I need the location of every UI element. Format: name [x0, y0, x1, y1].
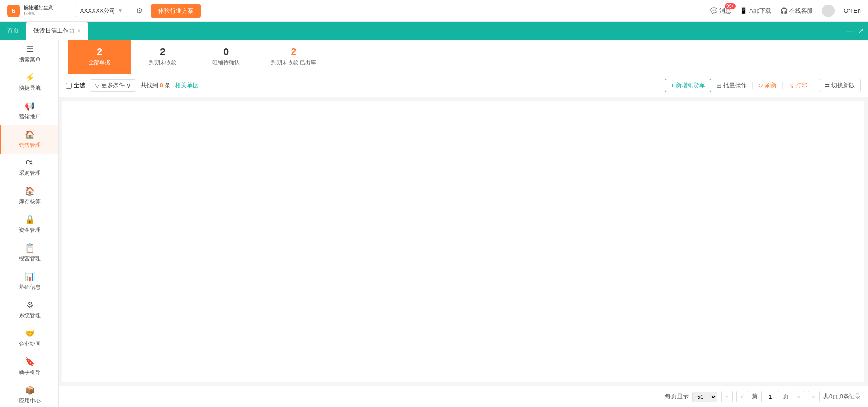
- sidebar-item-label: 应用中心: [19, 397, 41, 405]
- page-size-label: 每页显示: [665, 393, 689, 401]
- table-area: [62, 101, 864, 382]
- service-icon: 🎧: [780, 7, 788, 14]
- tab-active[interactable]: 钱货日清工作台 ×: [26, 22, 88, 40]
- sidebar-item-label: 采购管理: [19, 169, 41, 177]
- page-label: 第: [752, 393, 758, 401]
- batch-label: 批量操作: [723, 81, 747, 89]
- guide-icon: 🔖: [25, 357, 35, 367]
- print-icon: 🖨: [788, 82, 794, 89]
- found-count: 0: [160, 82, 163, 89]
- sidebar-item-search-menu[interactable]: ☰ 搜索菜单: [0, 40, 58, 68]
- sidebar-item-guide[interactable]: 🔖 新手引导: [0, 352, 58, 381]
- batch-operation-button[interactable]: ⊞ 批量操作: [717, 81, 747, 89]
- tab-close-icon[interactable]: ×: [77, 28, 80, 34]
- sidebar-item-cooperation[interactable]: 🤝 企业协同: [0, 324, 58, 352]
- print-button[interactable]: 🖨 打印: [788, 81, 807, 89]
- messages-badge: 99: [725, 3, 736, 9]
- company-dropdown-icon: ▼: [118, 8, 123, 13]
- logo-text: 畅捷通好生意 标准版: [24, 5, 53, 17]
- sidebar-item-label: 快捷导航: [19, 84, 41, 92]
- finance-icon: 🔒: [25, 215, 35, 225]
- stat-num-overdue-shipped: 2: [291, 46, 297, 58]
- print-label: 打印: [796, 81, 807, 89]
- switch-version-button[interactable]: ⇄ 切换新版: [819, 79, 861, 92]
- settings-button[interactable]: ⚙: [132, 4, 146, 18]
- tab-minimize-icon[interactable]: —: [846, 27, 853, 35]
- cooperation-icon: 🤝: [25, 328, 35, 338]
- sidebar-item-purchase[interactable]: 🛍 采购管理: [0, 154, 58, 182]
- app-download-label: App下载: [749, 7, 771, 15]
- tab-bar: 首页 钱货日清工作台 × — ⤢: [0, 22, 868, 40]
- sidebar-item-label: 新手引导: [19, 369, 41, 376]
- sidebar: ☰ 搜索菜单 ⚡ 快捷导航 📢 营销推广 🏠 销售管理 🛍 采购管理 🏠 库存核…: [0, 40, 59, 407]
- company-name: XXXXXX公司: [80, 7, 115, 15]
- online-service-item[interactable]: 🎧 在线客服: [780, 7, 813, 15]
- sidebar-item-sales[interactable]: 🏠 销售管理: [0, 125, 58, 154]
- operations-icon: 📋: [25, 243, 35, 253]
- select-all-input[interactable]: [66, 83, 72, 89]
- refresh-label: 刷新: [765, 81, 777, 89]
- stats-row: 2 全部单据 2 到期未收款 0 旺铺待确认 2 到期未收款 已出库: [59, 40, 868, 74]
- page-input[interactable]: [761, 391, 779, 402]
- stat-card-pending[interactable]: 0 旺铺待确认: [194, 40, 258, 74]
- sidebar-item-label: 资金管理: [19, 226, 41, 234]
- filter-icon: ▽: [95, 82, 99, 89]
- new-sale-button[interactable]: + 新增销货单: [665, 79, 711, 92]
- search-menu-icon: ☰: [26, 44, 33, 54]
- purchase-icon: 🛍: [26, 158, 34, 168]
- prev-page-button[interactable]: <: [736, 391, 748, 402]
- page-size-select[interactable]: 20 50 100: [692, 392, 717, 402]
- message-icon: 💬: [710, 7, 717, 14]
- select-all-label: 全选: [74, 81, 85, 89]
- stat-card-overdue[interactable]: 2 到期未收款: [131, 40, 194, 74]
- toolbar: 全选 ▽ 更多条件 ∨ 共找到 0 条 相关单据 + 新增销货单 ⊞ 批: [59, 74, 868, 97]
- sidebar-item-operations[interactable]: 📋 经营管理: [0, 239, 58, 267]
- online-service-label: 在线客服: [789, 7, 813, 15]
- inventory-icon: 🏠: [25, 186, 35, 196]
- logo-area: 6 畅捷通好生意 标准版: [7, 5, 66, 17]
- sidebar-item-basic-info[interactable]: 📊 基础信息: [0, 267, 58, 295]
- messages-item[interactable]: 💬 消息 99: [710, 7, 731, 15]
- experience-button[interactable]: 体验行业方案: [151, 4, 201, 18]
- page-label2: 页: [783, 393, 789, 401]
- sidebar-item-label: 营销推广: [19, 113, 41, 121]
- content-area: 2 全部单据 2 到期未收款 0 旺铺待确认 2 到期未收款 已出库 全选: [59, 40, 868, 407]
- stat-num-pending: 0: [223, 46, 229, 58]
- sidebar-item-marketing[interactable]: 📢 营销推广: [0, 97, 58, 125]
- total-text: 共0页,0条记录: [823, 393, 861, 401]
- refresh-button[interactable]: ↻ 刷新: [758, 81, 777, 89]
- stat-card-all[interactable]: 2 全部单据: [68, 40, 131, 74]
- stat-card-overdue-shipped[interactable]: 2 到期未收款 已出库: [258, 40, 330, 74]
- quick-nav-icon: ⚡: [25, 73, 35, 83]
- first-page-button[interactable]: «: [721, 391, 733, 402]
- stat-label-pending: 旺铺待确认: [212, 59, 240, 66]
- marketing-icon: 📢: [25, 101, 35, 111]
- logo-icon: 6: [7, 5, 20, 17]
- sidebar-item-quick-nav[interactable]: ⚡ 快捷导航: [0, 68, 58, 97]
- last-page-button[interactable]: »: [808, 391, 820, 402]
- filter-chevron-icon: ∨: [127, 82, 131, 89]
- sidebar-item-system[interactable]: ⚙ 系统管理: [0, 295, 58, 324]
- toolbar-divider2: [782, 82, 783, 89]
- avatar[interactable]: [822, 5, 835, 17]
- related-link[interactable]: 相关单据: [175, 81, 198, 89]
- username: OfTEn: [844, 7, 861, 14]
- tab-maximize-icon[interactable]: ⤢: [858, 27, 863, 35]
- stat-label-overdue: 到期未收款: [149, 59, 176, 66]
- switch-icon: ⇄: [825, 82, 830, 89]
- tab-home[interactable]: 首页: [0, 22, 26, 40]
- company-selector[interactable]: XXXXXX公司 ▼: [75, 5, 127, 17]
- main-layout: ☰ 搜索菜单 ⚡ 快捷导航 📢 营销推广 🏠 销售管理 🛍 采购管理 🏠 库存核…: [0, 40, 868, 407]
- tab-bar-actions: — ⤢: [846, 27, 868, 35]
- sidebar-item-finance[interactable]: 🔒 资金管理: [0, 210, 58, 239]
- sidebar-item-app-center[interactable]: 📦 应用中心: [0, 381, 58, 407]
- system-icon: ⚙: [26, 300, 33, 310]
- select-all-checkbox[interactable]: 全选: [66, 81, 85, 89]
- app-download-item[interactable]: 📱 App下载: [740, 7, 771, 15]
- sidebar-item-inventory[interactable]: 🏠 库存核算: [0, 182, 58, 210]
- more-filters-button[interactable]: ▽ 更多条件 ∨: [90, 79, 136, 92]
- next-page-button[interactable]: >: [793, 391, 804, 402]
- sidebar-item-label: 系统管理: [19, 312, 41, 319]
- sidebar-item-label: 销售管理: [19, 141, 41, 149]
- switch-label: 切换新版: [831, 81, 855, 89]
